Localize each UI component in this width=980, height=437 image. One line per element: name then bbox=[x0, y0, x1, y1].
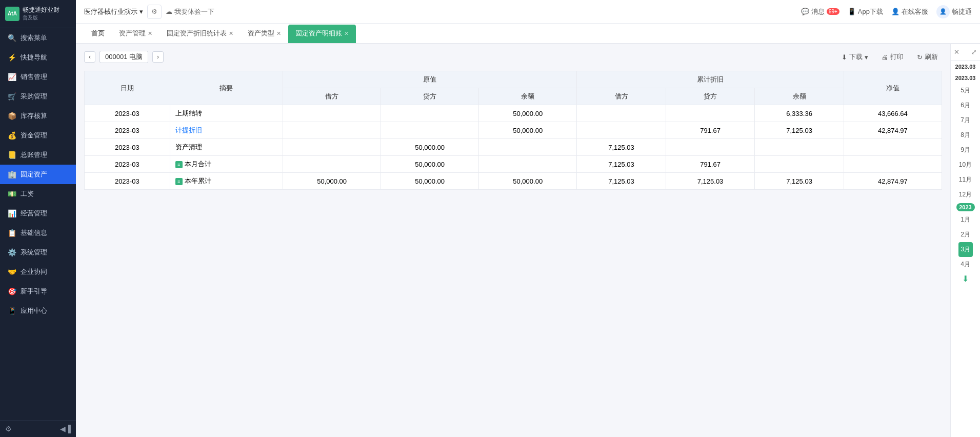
sidebar-item-payroll[interactable]: 💵工资 bbox=[0, 184, 76, 204]
year-badge[interactable]: 2023 bbox=[956, 203, 975, 211]
sidebar-item-ledger[interactable]: 📒总账管理 bbox=[0, 145, 76, 165]
scroll-down-icon[interactable]: ⬇ bbox=[956, 272, 975, 286]
topbar-right: 💬 消息 99+ 📱 App下载 👤 在线客服 👤 畅捷通 bbox=[801, 5, 972, 18]
month-item-10月[interactable]: 10月 bbox=[956, 157, 975, 172]
table-section: ‹ 000001 电脑 › ⬇ 下载 ▾ 🖨 打印 ↻ 刷新 bbox=[76, 44, 950, 437]
sidebar-item-operations[interactable]: 📊经营管理 bbox=[0, 204, 76, 223]
close-panel-icon[interactable]: ✕ bbox=[954, 48, 959, 56]
month-item-2月[interactable]: 2月 bbox=[956, 227, 975, 242]
col-net-value: 净值 bbox=[844, 71, 942, 105]
messages-btn[interactable]: 💬 消息 99+ bbox=[801, 7, 839, 16]
sidebar-item-app-center[interactable]: 📱应用中心 bbox=[0, 301, 76, 321]
sidebar-item-purchase[interactable]: 🛒采购管理 bbox=[0, 87, 76, 106]
month-item-12月[interactable]: 12月 bbox=[956, 187, 975, 202]
tab-home[interactable]: 首页 bbox=[84, 25, 112, 43]
cell-lj-b-2 bbox=[755, 139, 844, 156]
cell-lj-d-2: 7,125.03 bbox=[577, 139, 666, 156]
tab-asset-type[interactable]: 资产类型 ✕ bbox=[241, 25, 288, 43]
action-buttons: ⬇ 下载 ▾ 🖨 打印 ↻ 刷新 bbox=[837, 50, 942, 64]
table-row: 2023-03 资产清理 50,000.00 7,125.03 bbox=[85, 139, 942, 156]
app-title: 畅捷通好业财 bbox=[23, 6, 59, 14]
sidebar-item-base-info[interactable]: 📋基础信息 bbox=[0, 223, 76, 243]
month-item-8月[interactable]: 8月 bbox=[956, 128, 975, 143]
search-icon: 🔍 bbox=[7, 33, 16, 43]
month-item-7月[interactable]: 7月 bbox=[956, 113, 975, 128]
app-center-icon: 📱 bbox=[7, 306, 16, 315]
refresh-btn[interactable]: ↻ 刷新 bbox=[913, 50, 942, 64]
settings-icon[interactable]: ⚙ bbox=[5, 425, 12, 433]
month-item-9月[interactable]: 9月 bbox=[956, 143, 975, 157]
month-item-1月[interactable]: 1月 bbox=[956, 212, 975, 227]
cooperation-icon: 🤝 bbox=[7, 267, 16, 276]
cell-lj-d-1 bbox=[577, 122, 666, 139]
sidebar: AtA 畅捷通好业财 普及版 🔍搜索菜单⚡快捷导航📈销售管理🛒采购管理📦库存核算… bbox=[0, 0, 76, 437]
customer-service-btn[interactable]: 👤 在线客服 bbox=[891, 7, 928, 16]
sidebar-item-guide[interactable]: 🎯新手引导 bbox=[0, 282, 76, 301]
month-item-5月[interactable]: 5月 bbox=[956, 83, 975, 98]
cell-summary-1[interactable]: 计提折旧 bbox=[170, 122, 283, 139]
month-item-6月[interactable]: 6月 bbox=[956, 98, 975, 113]
print-label: 打印 bbox=[890, 52, 904, 62]
refresh-icon: ↻ bbox=[917, 53, 923, 61]
sidebar-item-inventory[interactable]: 📦库存核算 bbox=[0, 106, 76, 126]
sidebar-item-finance[interactable]: 💰资金管理 bbox=[0, 126, 76, 145]
company-selector[interactable]: 医疗器械行业演示 ▾ bbox=[84, 7, 143, 16]
download-dropdown-icon: ▾ bbox=[865, 53, 868, 61]
messages-badge: 99+ bbox=[827, 8, 839, 15]
cell-yz-b-1: 50,000.00 bbox=[479, 122, 577, 139]
tab-close-depreciation[interactable]: ✕ bbox=[229, 30, 233, 37]
sidebar-item-search[interactable]: 🔍搜索菜单 bbox=[0, 28, 76, 48]
tab-depreciation[interactable]: 固定资产折旧统计表 ✕ bbox=[159, 25, 241, 43]
cell-lj-c-1: 791.67 bbox=[666, 122, 755, 139]
month-item-4月[interactable]: 4月 bbox=[956, 257, 975, 272]
sidebar-item-fixed-assets[interactable]: 🏢固定资产 bbox=[0, 165, 76, 184]
sidebar-item-quick-nav[interactable]: ⚡快捷导航 bbox=[0, 48, 76, 67]
tab-label-asset-type: 资产类型 bbox=[248, 29, 274, 38]
tab-close-asset-type[interactable]: ✕ bbox=[276, 30, 281, 37]
download-label: 下载 bbox=[849, 52, 863, 62]
tab-label-asset-detail: 固定资产明细账 bbox=[295, 29, 342, 38]
message-icon: 💬 bbox=[801, 8, 809, 15]
collapse-icon[interactable]: ◀▐ bbox=[60, 425, 71, 433]
sales-icon: 📈 bbox=[7, 72, 16, 82]
next-asset-btn[interactable]: › bbox=[152, 51, 164, 63]
tab-asset-mgmt[interactable]: 资产管理 ✕ bbox=[112, 25, 159, 43]
tab-close-asset-mgmt[interactable]: ✕ bbox=[148, 30, 152, 37]
user-profile[interactable]: 👤 畅捷通 bbox=[936, 5, 972, 18]
cell-lj-c-2 bbox=[666, 139, 755, 156]
tab-asset-detail[interactable]: 固定资产明细账 ✕ bbox=[288, 25, 356, 43]
download-btn[interactable]: ⬇ 下载 ▾ bbox=[837, 50, 872, 64]
sidebar-label-purchase: 采购管理 bbox=[21, 92, 47, 101]
expand-panel-icon[interactable]: ⤢ bbox=[971, 48, 977, 56]
cell-date-2: 2023-03 bbox=[85, 139, 170, 156]
cell-yz-b-3 bbox=[479, 156, 577, 173]
cell-lj-b-3 bbox=[755, 156, 844, 173]
sidebar-item-cooperation[interactable]: 🤝企业协同 bbox=[0, 262, 76, 282]
prev-asset-btn[interactable]: ‹ bbox=[84, 51, 95, 63]
cell-lj-d-0 bbox=[577, 105, 666, 122]
sidebar-item-sales[interactable]: 📈销售管理 bbox=[0, 67, 76, 87]
content-area: ‹ 000001 电脑 › ⬇ 下载 ▾ 🖨 打印 ↻ 刷新 bbox=[76, 44, 980, 437]
table-header-group-row: 日期 摘要 原值 累计折旧 净值 bbox=[85, 71, 942, 88]
payroll-icon: 💵 bbox=[7, 189, 16, 198]
app-download-btn[interactable]: 📱 App下载 bbox=[848, 7, 883, 16]
tab-label-depreciation: 固定资产折旧统计表 bbox=[167, 29, 227, 38]
sidebar-item-system[interactable]: ⚙️系统管理 bbox=[0, 243, 76, 262]
cell-lj-c-3: 791.67 bbox=[666, 156, 755, 173]
month-item-11月[interactable]: 11月 bbox=[956, 172, 975, 187]
experience-btn[interactable]: ☁ 我要体验一下 bbox=[166, 7, 214, 16]
row-icon-3: ≡ bbox=[175, 161, 183, 168]
cell-net-0: 43,666.64 bbox=[844, 105, 942, 122]
topbar-settings-btn[interactable]: ⚙ bbox=[147, 5, 162, 19]
purchase-icon: 🛒 bbox=[7, 92, 16, 101]
cell-summary-2: 资产清理 bbox=[170, 139, 283, 156]
sidebar-label-system: 系统管理 bbox=[21, 248, 47, 257]
sidebar-label-search: 搜索菜单 bbox=[21, 33, 47, 43]
main-content: 医疗器械行业演示 ▾ ⚙ ☁ 我要体验一下 💬 消息 99+ 📱 App下载 👤… bbox=[76, 0, 980, 437]
cell-lj-b-1: 7,125.03 bbox=[755, 122, 844, 139]
tab-close-asset-detail[interactable]: ✕ bbox=[344, 30, 349, 37]
print-btn[interactable]: 🖨 打印 bbox=[877, 50, 908, 64]
cell-yz-c-0 bbox=[381, 105, 479, 122]
month-item-3月[interactable]: 3月 bbox=[958, 242, 973, 257]
cell-net-4: 42,874.97 bbox=[844, 173, 942, 190]
